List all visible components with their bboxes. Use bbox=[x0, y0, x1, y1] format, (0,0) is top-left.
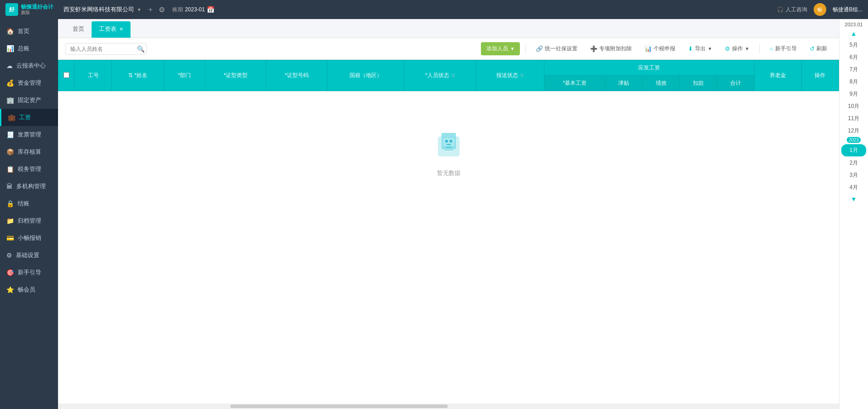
year-badge-2023: 2023 bbox=[847, 137, 860, 143]
company-selector[interactable]: 西安虾米网络科技有限公司 ▼ bbox=[63, 5, 141, 14]
add-person-button[interactable]: 添加人员 ▼ bbox=[481, 42, 520, 55]
month-8[interactable]: 8月 bbox=[839, 76, 868, 88]
th-allowance: 津贴 bbox=[605, 76, 642, 91]
right-panel-header: 2023.01 bbox=[843, 21, 865, 28]
multi-org-icon: 🏛 bbox=[6, 183, 13, 190]
sidebar-label-tax: 税务管理 bbox=[18, 165, 41, 173]
archive-icon: 📁 bbox=[6, 217, 14, 224]
sidebar-label-close: 结账 bbox=[18, 200, 29, 208]
app-edition: 旗版 bbox=[21, 10, 53, 15]
guide-button[interactable]: ○ 新手引导 bbox=[765, 43, 801, 55]
period-label: 账期 bbox=[172, 6, 183, 14]
export-button[interactable]: ⬇ 导出 ▼ bbox=[684, 43, 717, 55]
svg-point-6 bbox=[445, 140, 448, 143]
tab-salary-label: 工资表 bbox=[99, 25, 116, 33]
month-10[interactable]: 10月 bbox=[839, 100, 868, 112]
operations-button[interactable]: ⚙ 操作 ▼ bbox=[720, 43, 754, 55]
export-icon: ⬇ bbox=[688, 45, 693, 52]
sidebar-label-archive: 归档管理 bbox=[18, 217, 41, 225]
assets-icon: 🏢 bbox=[6, 97, 14, 104]
invoice-icon: 🧾 bbox=[6, 131, 14, 138]
search-input[interactable] bbox=[65, 43, 147, 55]
month-12[interactable]: 12月 bbox=[839, 125, 868, 137]
sidebar-item-inventory[interactable]: 📦 库存核算 bbox=[0, 143, 58, 161]
month-6[interactable]: 6月 bbox=[839, 51, 868, 63]
user-avatar: 畅 bbox=[814, 3, 826, 16]
sidebar-item-close[interactable]: 🔒 结账 bbox=[0, 195, 58, 212]
nav-down-icon[interactable]: ▼ bbox=[849, 194, 859, 204]
special-deduction-button[interactable]: ➕ 专项附加扣除 bbox=[586, 43, 636, 55]
th-deductions: 扣款 bbox=[680, 76, 717, 91]
sidebar-label-fixed-assets: 固定资产 bbox=[18, 96, 41, 104]
month-2[interactable]: 2月 bbox=[839, 157, 868, 169]
settings-icon[interactable]: ⚙ bbox=[159, 5, 165, 14]
tab-home[interactable]: 首页 bbox=[65, 21, 92, 38]
month-1[interactable]: 1月 bbox=[841, 144, 866, 156]
right-panel: 2023.01 ▲ 5月 6月 7月 8月 9月 10月 11月 12月 202… bbox=[839, 19, 868, 409]
sidebar-item-guide[interactable]: 🎯 新手引导 bbox=[0, 264, 58, 281]
export-label: 导出 bbox=[695, 45, 706, 53]
header-actions: ＋ ⚙ bbox=[147, 5, 165, 15]
sidebar-item-expense[interactable]: 💳 小畅报销 bbox=[0, 229, 58, 247]
th-region: 国籍（地区） bbox=[327, 60, 404, 91]
filter-icon-status[interactable]: ▽ bbox=[451, 73, 455, 78]
sidebar-item-fixed-assets[interactable]: 🏢 固定资产 bbox=[0, 92, 58, 109]
social-security-icon: 🔗 bbox=[536, 45, 543, 52]
expense-icon: 💳 bbox=[6, 234, 14, 242]
month-7[interactable]: 7月 bbox=[839, 63, 868, 76]
personal-tax-label: 个税申报 bbox=[654, 45, 675, 53]
social-security-button[interactable]: 🔗 统一社保设置 bbox=[531, 43, 582, 55]
sidebar-item-cloud-report[interactable]: ☁ 云报表中心 bbox=[0, 57, 58, 74]
top-header: 好 畅慷通好会计 旗版 西安虾米网络科技有限公司 ▼ ＋ ⚙ 账期 2023-0… bbox=[0, 0, 868, 19]
divider-1 bbox=[525, 44, 526, 54]
calendar-icon[interactable]: 📅 bbox=[207, 6, 214, 13]
sidebar-item-fund[interactable]: 💰 资金管理 bbox=[0, 74, 58, 92]
th-performance: 绩效 bbox=[643, 76, 680, 91]
add-company-icon[interactable]: ＋ bbox=[147, 5, 154, 15]
month-4[interactable]: 4月 bbox=[839, 181, 868, 194]
sidebar-label-member: 畅会员 bbox=[18, 286, 35, 294]
th-checkbox[interactable] bbox=[58, 60, 75, 91]
service-button[interactable]: 🎧 人工咨询 bbox=[777, 6, 807, 14]
select-all-checkbox[interactable] bbox=[63, 72, 69, 78]
sidebar-label-guide: 新手引导 bbox=[18, 268, 41, 277]
search-button[interactable]: 🔍 bbox=[137, 45, 145, 53]
table-scroll-bar[interactable] bbox=[58, 404, 839, 409]
sidebar-item-member[interactable]: ⭐ 畅会员 bbox=[0, 281, 58, 298]
guide-label: 新手引导 bbox=[775, 45, 797, 53]
guide-icon: 🎯 bbox=[6, 269, 14, 276]
sidebar-item-ledger[interactable]: 📊 总账 bbox=[0, 40, 58, 57]
th-id-number: *证型号码 bbox=[266, 60, 327, 91]
th-employee-id: 工号 bbox=[75, 60, 112, 91]
sidebar-item-salary[interactable]: 💼 工资 bbox=[0, 109, 58, 126]
month-11[interactable]: 11月 bbox=[839, 112, 868, 125]
sidebar-item-multi-org[interactable]: 🏛 多机构管理 bbox=[0, 178, 58, 195]
month-3[interactable]: 3月 bbox=[839, 169, 868, 181]
sidebar-label-home: 首页 bbox=[18, 27, 29, 35]
filter-icon-report[interactable]: ▽ bbox=[520, 73, 524, 78]
sidebar-item-invoice[interactable]: 🧾 发票管理 bbox=[0, 126, 58, 143]
salary-icon: 💼 bbox=[8, 114, 15, 121]
sidebar-item-tax[interactable]: 📋 税务管理 bbox=[0, 161, 58, 178]
tab-salary[interactable]: 工资表 ✕ bbox=[92, 21, 131, 38]
sidebar-item-archive[interactable]: 📁 归档管理 bbox=[0, 212, 58, 229]
company-dropdown-icon[interactable]: ▼ bbox=[137, 7, 141, 12]
month-9[interactable]: 9月 bbox=[839, 88, 868, 100]
refresh-button[interactable]: ↺ 刷新 bbox=[805, 43, 832, 55]
th-report-status: 报送状态 ▽ bbox=[476, 60, 544, 91]
period-value: 2023-01 bbox=[185, 6, 205, 13]
sidebar-item-settings[interactable]: ⚙ 基础设置 bbox=[0, 247, 58, 264]
month-5[interactable]: 5月 bbox=[839, 39, 868, 51]
add-person-label: 添加人员 bbox=[486, 45, 508, 53]
nav-up-icon[interactable]: ▲ bbox=[849, 28, 859, 39]
table-container[interactable]: 工号 ⇅ *姓名 *部门 *证型类型 *证型号码 bbox=[58, 60, 839, 404]
personal-tax-button[interactable]: 📊 个税申报 bbox=[640, 43, 680, 55]
export-dropdown-icon: ▼ bbox=[708, 46, 712, 51]
salary-table: 工号 ⇅ *姓名 *部门 *证型类型 *证型号码 bbox=[58, 60, 839, 214]
empty-state-row: 暂无数据 bbox=[58, 91, 839, 214]
sidebar-item-home[interactable]: 🏠 首页 bbox=[0, 23, 58, 40]
tab-close-icon[interactable]: ✕ bbox=[119, 26, 123, 32]
sidebar-label-multi-org: 多机构管理 bbox=[16, 182, 46, 190]
th-department: *部门 bbox=[164, 60, 205, 91]
table-scroll-thumb[interactable] bbox=[230, 404, 448, 408]
